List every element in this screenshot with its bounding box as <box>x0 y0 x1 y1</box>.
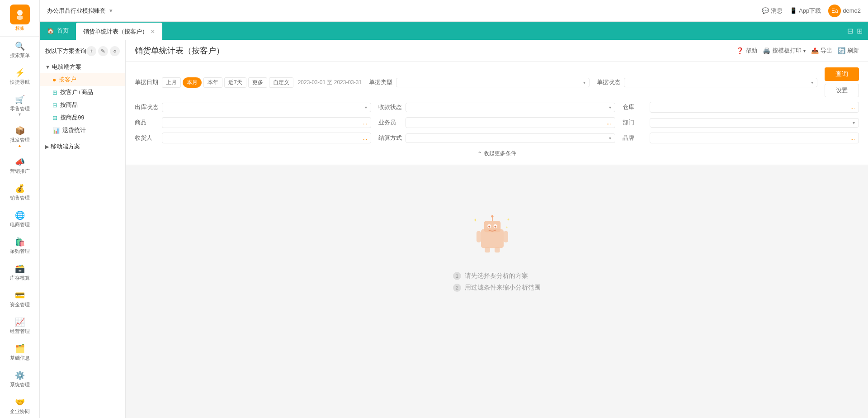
date-btn-7days[interactable]: 近7天 <box>224 77 246 88</box>
filter-date-btns: 上月 本月 本年 近7天 更多 自定义 2023-03-01 至 2023-03… <box>162 77 362 88</box>
filter-out-status-select[interactable]: ▾ <box>162 103 371 112</box>
app-download-btn[interactable]: 📱 App下载 <box>790 7 821 15</box>
filter-goods-label: 商品 <box>135 119 158 127</box>
tree-child-by-customer-label: 按客户 <box>59 76 76 84</box>
filter-goods-input[interactable]: ... <box>162 117 371 128</box>
sidebar-item-purchase-label: 采购管理 <box>10 248 30 255</box>
main-content: ✦ ✦ ✦ 1 请先选择要分析的方案 2 用过滤条件来缩小分析范围 <box>126 165 868 418</box>
date-btn-custom[interactable]: 自定义 <box>269 77 293 88</box>
out-status-arrow: ▾ <box>365 105 367 110</box>
filter-payment-method-select[interactable]: ▾ <box>406 133 615 143</box>
tree-child-by-goods[interactable]: ⊟ 按商品 <box>40 99 125 111</box>
panel-header: 按以下方案查询 + ✎ « <box>40 43 125 59</box>
filter-payment-method-item: 结算方式 ▾ <box>378 133 615 143</box>
date-btn-this-year[interactable]: 本年 <box>203 77 222 88</box>
filter-receiver-input[interactable]: ... <box>162 133 371 143</box>
filter-doc-status-item: 单据状态 ▾ <box>597 78 817 87</box>
brand-more[interactable]: ... <box>850 135 855 141</box>
sidebar-item-enterprise[interactable]: 🤝 企业协同 <box>0 393 39 418</box>
tree-child-by-goods-label: 按商品 <box>60 101 78 109</box>
filter-warehouse-input[interactable]: ... <box>650 102 859 113</box>
salesperson-more[interactable]: ... <box>607 119 611 126</box>
tab-minimize-icon[interactable]: ⊟ <box>847 27 853 35</box>
user-menu[interactable]: Ea demo2 <box>828 5 861 17</box>
tree-child-by-goods-99[interactable]: ⊟ 按商品99 <box>40 111 125 124</box>
sidebar-item-enterprise-label: 企业协同 <box>10 408 30 415</box>
tab-close-icon[interactable]: ✕ <box>151 28 155 35</box>
sales-icon: 💰 <box>15 184 25 194</box>
sidebar-item-wholesale-label: 批发管理 <box>10 137 30 143</box>
sidebar-item-basic[interactable]: 🗂️ 基础信息 <box>0 339 39 366</box>
help-label: 帮助 <box>745 47 757 55</box>
filter-doc-status-select[interactable]: ▾ <box>624 78 817 87</box>
date-btn-last-month[interactable]: 上月 <box>162 77 181 88</box>
tree-parent-mobile[interactable]: ▶ 移动端方案 <box>40 140 125 153</box>
filter-payment-status-label: 收款状态 <box>378 103 402 111</box>
tree-child-return-stat[interactable]: 📊 退货统计 <box>40 124 125 137</box>
filter-brand-input[interactable]: ... <box>650 133 859 143</box>
tree-child-by-customer[interactable]: ● 按客户 <box>40 73 125 86</box>
ecommerce-icon: 🌐 <box>15 210 25 220</box>
add-scheme-btn[interactable]: + <box>86 46 96 56</box>
tab-maximize-icon[interactable]: ⊞ <box>857 27 863 35</box>
filter-payment-status-select[interactable]: ▾ <box>406 103 615 112</box>
sidebar-item-marketing[interactable]: 📣 营销推广 <box>0 152 39 179</box>
sidebar-menu: 🔍 搜索菜单 ⚡ 快捷导航 🛒 零售管理 ▼ 📦 批发管理 ▲ 📣 营销推广 💰… <box>0 37 39 418</box>
filter-doc-type-select[interactable]: ▾ <box>396 78 590 87</box>
settings-button[interactable]: 设置 <box>825 84 859 97</box>
export-btn[interactable]: 📤 导出 <box>811 47 832 55</box>
left-panel: 按以下方案查询 + ✎ « ▼ 电脑端方案 ● 按客户 ⊞ 按客户 <box>40 40 126 418</box>
query-button[interactable]: 查询 <box>825 67 859 81</box>
tab-bar: 🏠 首页 销货单统计表（按客户） ✕ ⊟ ⊞ <box>40 22 868 40</box>
filter-department-select[interactable]: ▾ <box>650 118 859 128</box>
filter-receiver-label: 收货人 <box>135 134 158 142</box>
svg-rect-11 <box>485 247 490 253</box>
filter-salesperson-item: 业务员 ... <box>378 117 615 128</box>
sidebar-item-retail[interactable]: 🛒 零售管理 ▼ <box>0 90 39 121</box>
customer-goods-scheme-icon: ⊞ <box>52 89 57 96</box>
sidebar-item-purchase[interactable]: 🛍️ 采购管理 <box>0 233 39 259</box>
payment-method-arrow: ▾ <box>609 136 611 141</box>
filter-receiver-item: 收货人 ... <box>135 133 371 143</box>
return-stat-icon: 📊 <box>52 127 60 134</box>
sidebar-item-wholesale[interactable]: 📦 批发管理 ▲ <box>0 121 39 152</box>
sidebar-item-operation[interactable]: 📈 经营管理 <box>0 313 39 339</box>
collapse-filter-btn[interactable]: ⌃ 收起更多条件 <box>135 148 859 159</box>
filter-salesperson-input[interactable]: ... <box>406 117 615 128</box>
sidebar-item-quicknav[interactable]: ⚡ 快捷导航 <box>0 63 39 90</box>
filter-brand-label: 品牌 <box>623 134 646 142</box>
svg-text:✦: ✦ <box>505 226 508 229</box>
home-icon: 🏠 <box>47 28 54 34</box>
date-btn-more[interactable]: 更多 <box>248 77 267 88</box>
sidebar-item-search[interactable]: 🔍 搜索菜单 <box>0 37 39 63</box>
download-icon: 📱 <box>790 7 797 14</box>
user-name: demo2 <box>843 7 861 14</box>
sidebar-item-sales[interactable]: 💰 销售管理 <box>0 179 39 206</box>
refresh-btn[interactable]: 🔄 刷新 <box>838 47 859 55</box>
print-btn[interactable]: 🖨️ 按模板打印 ▾ <box>763 47 806 55</box>
sidebar-item-system[interactable]: ⚙️ 系统管理 <box>0 366 39 393</box>
date-btn-this-month[interactable]: 本月 <box>183 77 202 88</box>
tree-child-by-customer-goods[interactable]: ⊞ 按客户+商品 <box>40 86 125 99</box>
warehouse-more[interactable]: ... <box>850 104 855 110</box>
collapse-panel-btn[interactable]: « <box>110 46 120 56</box>
sidebar-item-inventory[interactable]: 🗃️ 库存核算 <box>0 259 39 286</box>
refresh-icon: 🔄 <box>838 47 845 54</box>
tree-parent-desktop[interactable]: ▼ 电脑端方案 <box>40 61 125 73</box>
goods99-scheme-icon: ⊟ <box>52 114 57 121</box>
tab-home[interactable]: 🏠 首页 <box>40 22 76 40</box>
help-btn[interactable]: ❓ 帮助 <box>736 47 757 55</box>
collapse-label: 收起更多条件 <box>484 150 516 157</box>
receiver-more[interactable]: ... <box>363 135 367 141</box>
sidebar-item-finance[interactable]: 💳 资金管理 <box>0 286 39 313</box>
operation-icon: 📈 <box>15 317 25 327</box>
action-buttons: 查询 设置 <box>825 67 859 97</box>
tab-sales-stat[interactable]: 销货单统计表（按客户） ✕ <box>76 23 162 41</box>
sidebar-item-ecommerce[interactable]: 🌐 电商管理 <box>0 206 39 233</box>
goods-more[interactable]: ... <box>363 119 367 126</box>
quicknav-icon: ⚡ <box>15 68 25 78</box>
message-btn[interactable]: 💬 消息 <box>762 7 783 15</box>
sidebar-item-search-label: 搜索菜单 <box>10 52 30 59</box>
dropdown-arrow[interactable]: ▾ <box>109 7 113 14</box>
edit-scheme-btn[interactable]: ✎ <box>98 46 108 56</box>
